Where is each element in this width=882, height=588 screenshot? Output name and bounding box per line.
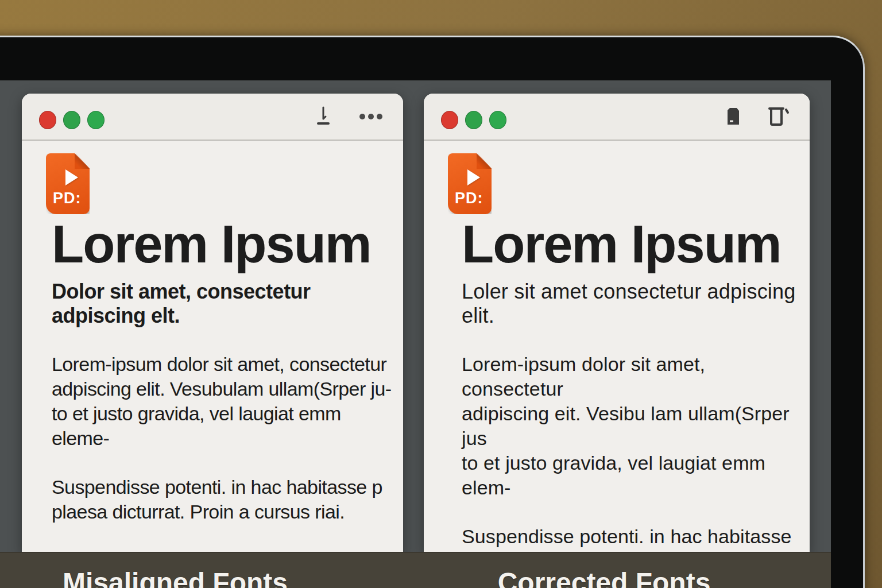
pdf-fold-corner	[477, 153, 492, 169]
close-button[interactable]	[441, 111, 458, 129]
play-icon	[65, 169, 78, 185]
text-line: adpiscing elit. Vesubulam ullam(Srper ju…	[52, 377, 392, 401]
text-line: Lorem-ipsum dolor sit amet, consectetur	[462, 352, 798, 401]
minimize-button[interactable]	[465, 111, 482, 129]
traffic-lights	[441, 111, 506, 129]
photo-background: PD: Lorem Ipsum Dolor sit amet, consecte…	[0, 0, 882, 588]
pdf-badge-text: PD:	[53, 189, 82, 207]
download-icon[interactable]	[314, 105, 333, 128]
paragraph-1: Lorem-ipsum dolor sit amet, consectetur …	[52, 352, 392, 451]
laptop-screen: PD: Lorem Ipsum Dolor sit amet, consecte…	[0, 80, 831, 588]
laptop-bezel: PD: Lorem Ipsum Dolor sit amet, consecte…	[0, 36, 865, 588]
caption-misaligned: Misaligned Fonts	[63, 567, 288, 588]
zoom-button[interactable]	[489, 111, 506, 129]
pdf-fold-corner	[75, 153, 90, 169]
close-button[interactable]	[39, 111, 56, 129]
text-line: to et justo gravida, vel laugiat emm ele…	[462, 451, 798, 500]
play-icon	[467, 169, 480, 185]
text-line: Suspendisse potenti. in hac habitasse p	[52, 475, 392, 500]
clipboard-icon[interactable]	[767, 106, 790, 127]
document-subtitle: Dolor sit amet, consectetur adpiscing el…	[52, 280, 392, 328]
minimize-button[interactable]	[63, 111, 80, 129]
text-line: to et justo gravida, vel laugiat emm ele…	[52, 401, 392, 451]
document-heading: Lorem Ipsum	[52, 218, 392, 270]
zoom-button[interactable]	[87, 111, 105, 129]
titlebar[interactable]	[424, 94, 810, 141]
pdf-file-icon[interactable]: PD:	[46, 153, 90, 214]
titlebar[interactable]	[22, 94, 403, 141]
caption-band: Misaligned Fonts Corrected Fonts	[0, 552, 831, 588]
paragraph-2: Suspendisse potenti. in hac habitasse p …	[52, 475, 392, 524]
text-line: adipiscing eit. Vesibu lam ullam(Srper j…	[462, 401, 798, 451]
pdf-file-icon[interactable]: PD:	[448, 153, 492, 214]
traffic-lights	[39, 111, 105, 129]
window-corrected: PD: Lorem Ipsum Loler sit amet consectet…	[424, 94, 810, 553]
document-icon[interactable]	[725, 106, 742, 127]
text-line: plaesa dicturrat. Proin a cursus riai.	[52, 500, 392, 524]
document-heading: Lorem Ipsum	[462, 218, 798, 270]
window-misaligned: PD: Lorem Ipsum Dolor sit amet, consecte…	[22, 94, 403, 553]
ellipsis-icon[interactable]	[358, 113, 384, 121]
document-subtitle: Loler sit amet consectetur adpiscing eli…	[462, 280, 798, 328]
paragraph-1: Lorem-ipsum dolor sit amet, consectetur …	[462, 352, 798, 500]
pdf-badge-text: PD:	[455, 189, 483, 207]
caption-corrected: Corrected Fonts	[498, 567, 711, 588]
text-line: Lorem-ipsum dolor sit amet, consectetur	[52, 352, 392, 377]
